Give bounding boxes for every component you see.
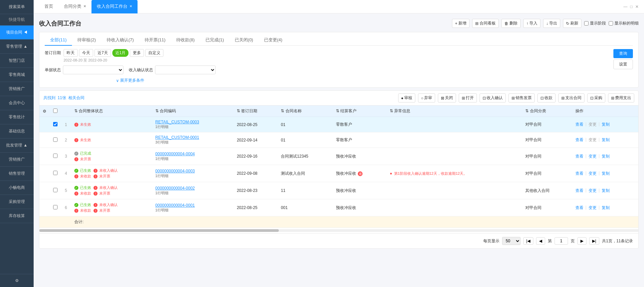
- change-link[interactable]: 变更: [589, 137, 597, 143]
- output-contract-btn[interactable]: ⊞ 支出合同: [558, 93, 584, 102]
- row-checkbox[interactable]: [50, 182, 61, 199]
- tab-pending-income[interactable]: 待收入确认(7): [101, 35, 139, 46]
- sidebar-item-marketing2[interactable]: 营销推广: [0, 153, 34, 167]
- page-input[interactable]: [555, 237, 568, 245]
- sidebar-item-project[interactable]: 项目合同 ◀: [0, 26, 34, 40]
- maximize-btn[interactable]: □: [630, 4, 633, 9]
- row-checkbox[interactable]: [50, 117, 61, 132]
- prev-page-btn[interactable]: ◀: [536, 237, 545, 245]
- income-status-filter-select[interactable]: [155, 66, 216, 74]
- sales-invoice-btn[interactable]: ⊞ 销售发票: [508, 93, 535, 102]
- tab-contract-category[interactable]: 合同分类 ✕: [59, 0, 91, 13]
- change-link[interactable]: 变更: [589, 154, 597, 159]
- status-filter-select[interactable]: [63, 66, 123, 74]
- tab-home[interactable]: 首页: [39, 0, 59, 13]
- view-link[interactable]: 查看: [575, 154, 583, 159]
- horizontal-scrollbar[interactable]: [39, 229, 638, 232]
- kanban-button[interactable]: ⊞ 合同看板: [472, 19, 499, 28]
- export-button[interactable]: ↓ 导出: [543, 19, 560, 28]
- contract-code-link[interactable]: RETAIL_CUSTOM-0003: [155, 120, 230, 124]
- change-link[interactable]: 变更: [589, 205, 597, 211]
- change-link[interactable]: 变更: [589, 188, 597, 194]
- view-link[interactable]: 查看: [575, 171, 583, 176]
- show-detail-checkbox[interactable]: 显示标的明细: [609, 20, 639, 26]
- query-button[interactable]: 查询: [613, 49, 633, 58]
- view-link[interactable]: 查看: [575, 137, 583, 143]
- view-link[interactable]: 查看: [575, 122, 583, 127]
- change-link[interactable]: 变更: [589, 171, 597, 176]
- sidebar-item-basic-info[interactable]: 基础信息: [0, 124, 34, 138]
- col-settings[interactable]: ⚙: [39, 106, 50, 117]
- sidebar-item-retail-stats[interactable]: 零售统计: [0, 110, 34, 124]
- delete-button[interactable]: 🗑 删除: [501, 19, 521, 28]
- open-btn[interactable]: ⊞ 打开: [459, 93, 477, 102]
- import-button[interactable]: ↑ 导入: [523, 19, 540, 28]
- view-link[interactable]: 查看: [575, 188, 583, 194]
- tab-pending-invoice[interactable]: 待开票(11): [139, 35, 171, 46]
- copy-link[interactable]: 复制: [602, 171, 610, 176]
- sidebar-item-purchase[interactable]: 采购管理: [0, 195, 34, 209]
- sidebar-item-xiaochangec[interactable]: 小畅电商: [0, 181, 34, 195]
- tab-pending-payment[interactable]: 待收款(8): [171, 35, 200, 46]
- date-btn-today[interactable]: 今天: [79, 49, 93, 57]
- refresh-button[interactable]: ↻ 刷新: [563, 19, 581, 28]
- row-checkbox[interactable]: [50, 148, 61, 165]
- last-page-btn[interactable]: ▶|: [589, 237, 599, 245]
- income-confirm-btn[interactable]: ⊡ 收入确认: [480, 93, 506, 102]
- row-checkbox[interactable]: [50, 165, 61, 182]
- tab-income-workbench[interactable]: 收入合同工作台 ✕: [91, 0, 138, 13]
- date-btn-last1m[interactable]: 近1月: [112, 49, 129, 57]
- contract-code-link[interactable]: 0000000000004-0004: [155, 152, 230, 156]
- copy-link[interactable]: 复制: [602, 205, 610, 211]
- tab-changed[interactable]: 已变更(4): [259, 35, 288, 46]
- expense-btn[interactable]: ⊞ 费用支出: [608, 93, 634, 102]
- copy-link[interactable]: 复制: [602, 137, 610, 143]
- contract-code-link[interactable]: 0000000000004-0002: [155, 186, 230, 191]
- sidebar-item-wholesale[interactable]: 批发管理 ▲: [0, 138, 34, 153]
- minimize-btn[interactable]: —: [623, 4, 628, 9]
- sidebar-item-retail-commerce[interactable]: 零售商城: [0, 68, 34, 82]
- abandon-btn[interactable]: ○ 弃审: [418, 93, 435, 102]
- tab-completed[interactable]: 已完成(1): [200, 35, 229, 46]
- first-page-btn[interactable]: |◀: [523, 237, 533, 245]
- add-button[interactable]: + 新增: [452, 19, 469, 28]
- date-btn-yesterday[interactable]: 昨天: [64, 49, 78, 57]
- tab-all[interactable]: 全部(11): [45, 35, 72, 46]
- sidebar-item-inventory[interactable]: 库存核算: [0, 209, 34, 223]
- scrollbar-thumb[interactable]: [39, 229, 279, 232]
- row-checkbox[interactable]: [50, 132, 61, 148]
- row-checkbox[interactable]: [50, 199, 61, 216]
- tab-pending-review[interactable]: 待审核(2): [72, 35, 101, 46]
- col-checkbox[interactable]: [50, 106, 61, 117]
- sidebar-item-smart-store[interactable]: 智慧门店: [0, 54, 34, 68]
- tab-closed[interactable]: 已关闭(0): [229, 35, 259, 46]
- filter-settings-button[interactable]: 设置: [613, 59, 633, 69]
- contract-code-link[interactable]: RETAIL_CUSTOM-0001: [155, 135, 230, 140]
- expand-more-btn[interactable]: ∨ 展开更多条件: [113, 76, 147, 85]
- close-btn[interactable]: ⊠ 关闭: [438, 93, 456, 102]
- change-link[interactable]: 变更: [589, 122, 597, 127]
- show-fields-checkbox[interactable]: 显示阶段: [584, 20, 606, 26]
- contract-code-link[interactable]: 0000000000004-0003: [155, 169, 230, 173]
- purchase-btn[interactable]: ⊡ 采购: [587, 93, 605, 102]
- sidebar-settings[interactable]: ⚙: [0, 274, 34, 287]
- date-btn-last7[interactable]: 近7天: [94, 49, 111, 57]
- sidebar-search[interactable]: 搜索菜单: [0, 0, 34, 14]
- sidebar-item-member[interactable]: 会员中心: [0, 96, 34, 110]
- page-size-select[interactable]: 50 10 20 100: [502, 237, 521, 245]
- copy-link[interactable]: 复制: [602, 154, 610, 159]
- date-btn-custom[interactable]: 自定义: [145, 49, 163, 57]
- copy-link[interactable]: 复制: [602, 122, 610, 127]
- sidebar-item-sales-mgmt[interactable]: 销售管理: [0, 167, 34, 181]
- tab-close-income-workbench[interactable]: ✕: [129, 4, 132, 8]
- next-page-btn[interactable]: ▶: [577, 237, 586, 245]
- view-link[interactable]: 查看: [575, 205, 583, 211]
- sidebar-item-marketing[interactable]: 营销推广: [0, 82, 34, 96]
- copy-link[interactable]: 复制: [602, 188, 610, 194]
- date-btn-more[interactable]: 更多: [130, 49, 144, 57]
- contract-code-link[interactable]: 0000000000004-0001: [155, 203, 230, 208]
- tab-close-contract-category[interactable]: ✕: [83, 4, 86, 8]
- sidebar-item-retail-mgmt[interactable]: 零售管理 ▲: [0, 40, 34, 54]
- sidebar-quick-nav[interactable]: 快捷导航: [0, 14, 34, 26]
- close-btn[interactable]: ✕: [635, 4, 639, 9]
